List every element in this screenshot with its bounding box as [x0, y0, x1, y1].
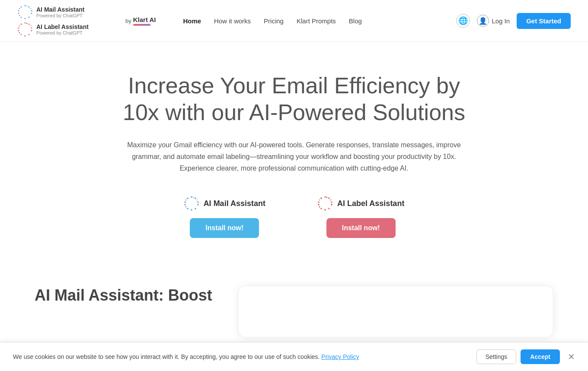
- mail-assistant-card: AI Mail Assistant Install now!: [184, 196, 265, 238]
- klart-brand: Klart AI: [133, 16, 156, 26]
- svg-point-51: [318, 202, 320, 203]
- svg-point-25: [26, 23, 27, 24]
- svg-point-45: [331, 202, 332, 203]
- svg-point-35: [187, 208, 189, 210]
- mail-card-logo-icon: [184, 196, 199, 211]
- label-assistant-card: AI Label Assistant Install now!: [317, 196, 404, 238]
- svg-point-0: [18, 5, 32, 19]
- svg-point-22: [18, 30, 19, 32]
- svg-point-56: [319, 206, 320, 208]
- bottom-card: [238, 285, 553, 337]
- svg-point-5: [29, 17, 30, 18]
- svg-point-21: [21, 34, 22, 35]
- svg-point-29: [191, 197, 192, 198]
- svg-point-48: [324, 209, 326, 211]
- svg-point-52: [320, 198, 322, 200]
- svg-point-15: [25, 22, 26, 24]
- nav-logo-area: AI Mail Assistant Powered by ChatGPT: [17, 4, 89, 37]
- svg-point-20: [25, 35, 26, 37]
- product1-nav: AI Mail Assistant Powered by ChatGPT: [17, 4, 89, 20]
- product2-sub: Powered by ChatGPT: [36, 30, 89, 35]
- svg-point-49: [320, 208, 322, 210]
- label-install-button[interactable]: Install now!: [326, 218, 396, 238]
- product1-info: AI Mail Assistant Powered by ChatGPT: [36, 6, 85, 18]
- svg-point-8: [18, 13, 19, 14]
- product1-name: AI Mail Assistant: [36, 6, 85, 13]
- svg-point-3: [31, 10, 32, 12]
- language-button[interactable]: 🌐: [456, 14, 470, 28]
- mail-install-button[interactable]: Install now!: [190, 218, 259, 238]
- svg-point-11: [26, 6, 27, 6]
- svg-point-44: [328, 198, 330, 200]
- svg-point-39: [192, 197, 194, 198]
- svg-point-13: [19, 8, 20, 9]
- nav-how-it-works[interactable]: How it works: [214, 17, 251, 25]
- nav-right-actions: 🌐 👤 Log In Get Started: [456, 13, 571, 29]
- svg-point-16: [29, 24, 30, 25]
- by-label: by: [125, 18, 131, 24]
- svg-point-1: [25, 5, 26, 6]
- hero-subtitle: Maximize your Gmail efficiency with our …: [125, 139, 463, 174]
- product-cards: AI Mail Assistant Install now!: [117, 196, 471, 238]
- svg-point-40: [196, 200, 198, 201]
- by-klart-branding: by Klart AI: [125, 16, 156, 26]
- product1-sub: Powered by ChatGPT: [36, 13, 85, 18]
- ai-mail-logo-icon: [17, 4, 33, 20]
- main-nav: Home How it works Pricing Klart Prompts …: [183, 17, 361, 25]
- mail-card-header: AI Mail Assistant: [184, 196, 265, 211]
- nav-home[interactable]: Home: [183, 17, 201, 25]
- svg-point-38: [187, 198, 189, 200]
- cookie-banner: We use cookies on our website to see how…: [0, 342, 588, 346]
- bottom-title: AI Mail Assistant: Boost: [35, 285, 212, 306]
- nav-pricing[interactable]: Pricing: [264, 17, 284, 25]
- navbar: AI Mail Assistant Powered by ChatGPT: [0, 0, 588, 42]
- nav-klart-prompts[interactable]: Klart Prompts: [297, 17, 336, 25]
- svg-point-55: [319, 200, 320, 201]
- svg-point-26: [30, 25, 31, 26]
- product2-nav: AI Label Assistant Powered by ChatGPT: [17, 22, 89, 37]
- login-button[interactable]: 👤 Log In: [477, 15, 510, 27]
- svg-point-2: [29, 6, 30, 8]
- svg-point-12: [30, 8, 31, 9]
- svg-point-46: [331, 204, 332, 206]
- product2-info: AI Label Assistant Powered by ChatGPT: [36, 23, 89, 35]
- svg-point-43: [324, 197, 326, 198]
- svg-point-24: [21, 24, 22, 25]
- get-started-button[interactable]: Get Started: [517, 13, 571, 29]
- svg-point-47: [328, 208, 330, 210]
- bottom-text: AI Mail Assistant: Boost: [35, 285, 212, 310]
- svg-point-33: [195, 208, 196, 210]
- svg-point-41: [185, 200, 186, 201]
- svg-point-34: [191, 209, 192, 211]
- svg-point-7: [21, 17, 22, 18]
- mail-card-name: AI Mail Assistant: [204, 199, 265, 208]
- svg-point-19: [29, 34, 30, 35]
- svg-point-23: [18, 28, 19, 29]
- label-card-name: AI Label Assistant: [337, 199, 404, 208]
- label-card-header: AI Label Assistant: [317, 196, 404, 211]
- bottom-title-rest: Boost: [164, 286, 212, 304]
- svg-point-31: [197, 202, 199, 203]
- nav-blog[interactable]: Blog: [349, 17, 362, 25]
- user-icon: 👤: [477, 15, 489, 27]
- svg-point-28: [19, 32, 20, 33]
- svg-point-36: [184, 204, 186, 206]
- ai-label-logo-icon: [17, 22, 33, 37]
- svg-point-30: [195, 198, 196, 200]
- svg-point-10: [21, 6, 22, 8]
- svg-point-4: [31, 13, 32, 14]
- bottom-section: AI Mail Assistant: Boost: [0, 268, 588, 346]
- svg-point-17: [31, 28, 32, 29]
- login-label: Log In: [492, 17, 510, 25]
- hero-section: Increase Your Email Efficiency by 10x wi…: [99, 42, 489, 268]
- svg-point-18: [31, 30, 32, 32]
- bottom-title-strong: AI Mail Assistant:: [35, 286, 164, 304]
- svg-point-50: [318, 204, 320, 206]
- label-card-logo-icon: [317, 196, 333, 211]
- svg-point-37: [184, 202, 186, 203]
- klart-logo-bar: [133, 24, 150, 26]
- svg-point-53: [326, 197, 328, 198]
- hero-title: Increase Your Email Efficiency by 10x wi…: [117, 72, 471, 126]
- svg-point-9: [18, 10, 19, 12]
- svg-point-14: [19, 15, 20, 16]
